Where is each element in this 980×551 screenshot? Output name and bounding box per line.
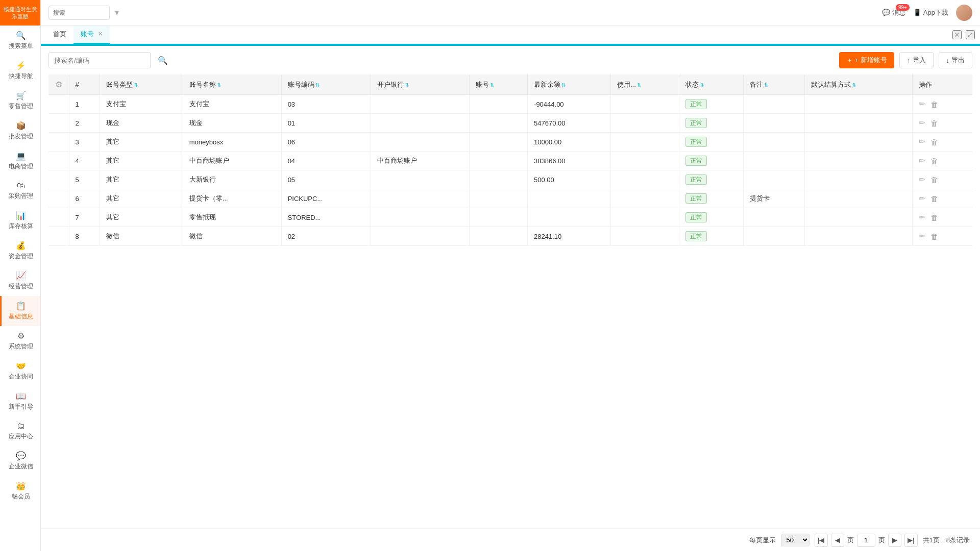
edit-icon-row4[interactable]: ✏ — [919, 156, 925, 165]
col-header-bank[interactable]: 开户银行⇅ — [371, 74, 469, 95]
search-input[interactable] — [48, 52, 151, 68]
page-number-input[interactable] — [857, 534, 875, 547]
tab-close-account[interactable]: ✕ — [98, 31, 103, 37]
page-label: 页 — [847, 536, 854, 545]
cell-setting-row7 — [48, 208, 69, 227]
sort-icon-default_settle: ⇅ — [852, 82, 856, 88]
sort-icon-usage: ⇅ — [637, 82, 641, 88]
export-button[interactable]: ↓ 导出 — [939, 52, 973, 68]
sidebar-label-search: 搜索菜单 — [9, 42, 33, 51]
status-badge: 正常 — [685, 99, 707, 109]
col-header-remark[interactable]: 备注⇅ — [743, 74, 804, 95]
sidebar-label-shortcut: 快捷导航 — [9, 72, 33, 81]
sort-icon-balance: ⇅ — [561, 82, 566, 88]
edit-icon-row8[interactable]: ✏ — [919, 232, 925, 241]
cell-account-row8 — [469, 227, 527, 246]
window-controls: ✕ ⤢ — [952, 30, 975, 39]
delete-icon-row8[interactable]: 🗑 — [930, 232, 938, 241]
sidebar-item-finance[interactable]: 💰资金管理 — [0, 236, 40, 266]
col-header-account[interactable]: 账号⇅ — [469, 74, 527, 95]
sidebar-item-wholesale[interactable]: 📦批发管理 — [0, 116, 40, 146]
sidebar-nav: 🔍搜索菜单⚡快捷导航🛒零售管理📦批发管理💻电商管理🛍采购管理📊库存核算💰资金管理… — [0, 26, 40, 551]
cell-status-row6: 正常 — [679, 189, 743, 208]
sidebar-item-member[interactable]: 👑畅会员 — [0, 476, 40, 506]
cell-balance-row5: 500.00 — [528, 170, 611, 189]
sidebar-icon-basic: 📋 — [16, 301, 26, 311]
page-of-label: 页 — [878, 536, 885, 545]
cell-setting-row2 — [48, 114, 69, 133]
col-header-name[interactable]: 账号名称⇅ — [183, 74, 281, 95]
last-page-button[interactable]: ▶| — [904, 534, 918, 547]
col-header-code[interactable]: 账号编码⇅ — [281, 74, 371, 95]
cell-account-row3 — [469, 133, 527, 152]
sidebar-item-guide[interactable]: 📖新手引导 — [0, 386, 40, 416]
sidebar-item-operations[interactable]: 📈经营管理 — [0, 266, 40, 296]
edit-icon-row7[interactable]: ✏ — [919, 213, 925, 222]
add-account-button[interactable]: ＋ + 新增账号 — [839, 52, 894, 68]
status-badge: 正常 — [685, 174, 707, 185]
tab-account[interactable]: 账号✕ — [74, 26, 110, 44]
delete-icon-row6[interactable]: 🗑 — [930, 194, 938, 203]
sidebar-item-basic[interactable]: 📋基础信息 — [0, 296, 40, 326]
col-header-balance[interactable]: 最新余额⇅ — [528, 74, 611, 95]
col-header-status[interactable]: 状态⇅ — [679, 74, 743, 95]
delete-icon-row2[interactable]: 🗑 — [930, 119, 938, 128]
edit-icon-row5[interactable]: ✏ — [919, 175, 925, 184]
cell-bank-row8 — [371, 227, 469, 246]
sidebar-item-retail[interactable]: 🛒零售管理 — [0, 86, 40, 116]
cell-account-row7 — [469, 208, 527, 227]
sidebar-label-finance: 资金管理 — [9, 252, 33, 261]
search-button[interactable]: 🔍 — [155, 52, 171, 68]
status-badge: 正常 — [685, 156, 707, 166]
next-page-button[interactable]: ▶ — [888, 534, 901, 547]
sidebar-item-ecommerce[interactable]: 💻电商管理 — [0, 146, 40, 176]
sidebar-label-system: 系统管理 — [9, 342, 33, 351]
delete-icon-row7[interactable]: 🗑 — [930, 213, 938, 222]
per-page-select[interactable]: 50 100 200 — [781, 534, 810, 546]
cell-default_settle-row7 — [804, 208, 913, 227]
cell-balance-row3: 10000.00 — [528, 133, 611, 152]
col-header-default_settle[interactable]: 默认结算方式⇅ — [804, 74, 913, 95]
cell-default_settle-row8 — [804, 227, 913, 246]
topbar-search-input[interactable] — [48, 6, 110, 20]
tab-home[interactable]: 首页 — [46, 26, 74, 44]
delete-icon-row5[interactable]: 🗑 — [930, 176, 938, 184]
sidebar-item-search[interactable]: 🔍搜索菜单 — [0, 26, 40, 56]
edit-icon-row6[interactable]: ✏ — [919, 194, 925, 203]
sidebar-item-shortcut[interactable]: ⚡快捷导航 — [0, 56, 40, 86]
col-header-type[interactable]: 账号类型⇅ — [100, 74, 183, 95]
sidebar-item-inventory[interactable]: 📊库存核算 — [0, 206, 40, 236]
cell-setting-row4 — [48, 152, 69, 170]
sidebar-item-system[interactable]: ⚙系统管理 — [0, 326, 40, 356]
close-window-button[interactable]: ✕ — [952, 30, 962, 39]
total-records: 共1页，8条记录 — [923, 536, 970, 545]
cell-actions-row7: ✏🗑 — [913, 208, 972, 227]
maximize-window-button[interactable]: ⤢ — [966, 30, 975, 39]
edit-icon-row1[interactable]: ✏ — [919, 99, 925, 109]
import-button[interactable]: ↑ 导入 — [899, 52, 934, 68]
delete-icon-row4[interactable]: 🗑 — [930, 157, 938, 165]
sidebar-item-purchase[interactable]: 🛍采购管理 — [0, 176, 40, 206]
prev-page-button[interactable]: ◀ — [831, 534, 844, 547]
cell-code-row6: PICKUPC... — [281, 189, 371, 208]
cell-account-row4 — [469, 152, 527, 170]
gear-icon[interactable]: ⚙ — [55, 80, 62, 89]
app-download-button[interactable]: 📱 App下载 — [913, 8, 948, 17]
sidebar-item-wechat[interactable]: 💬企业微信 — [0, 446, 40, 476]
delete-icon-row3[interactable]: 🗑 — [930, 138, 938, 146]
topbar-dropdown-icon[interactable]: ▾ — [115, 8, 119, 17]
sidebar-icon-inventory: 📊 — [16, 211, 26, 220]
first-page-button[interactable]: |◀ — [815, 534, 828, 547]
sidebar-item-app_center[interactable]: 🗂应用中心 — [0, 416, 40, 446]
edit-icon-row2[interactable]: ✏ — [919, 118, 925, 128]
col-header-usage[interactable]: 使用...⇅ — [610, 74, 679, 95]
table-row: 7其它零售抵现STORED...正常✏🗑 — [48, 208, 972, 227]
edit-icon-row3[interactable]: ✏ — [919, 137, 925, 146]
delete-icon-row1[interactable]: 🗑 — [930, 100, 938, 109]
avatar[interactable] — [956, 5, 972, 21]
cell-index-row3: 3 — [69, 133, 100, 152]
sidebar-item-agreement[interactable]: 🤝企业协同 — [0, 356, 40, 386]
sort-icon-name: ⇅ — [217, 82, 221, 88]
message-button[interactable]: 💬 消息 99+ — [882, 8, 905, 17]
sort-icon-bank: ⇅ — [405, 82, 409, 88]
